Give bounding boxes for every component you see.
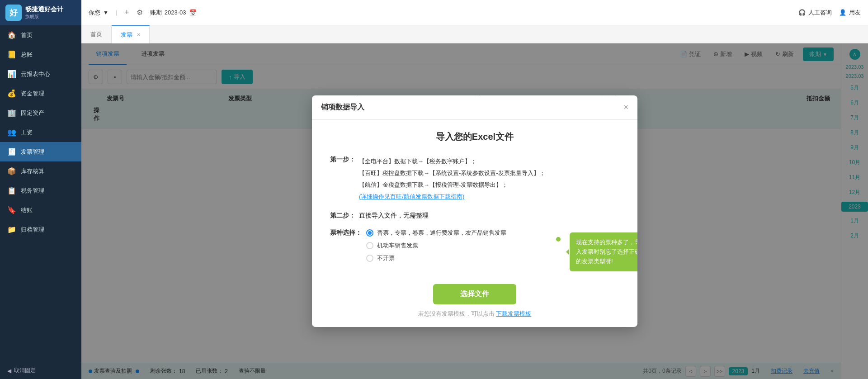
sidebar-unpin[interactable]: ◀ 取消固定 [0,362,81,379]
sidebar-item-home[interactable]: 🏠 首页 [0,25,81,45]
radio-2-label: 机动车销售发票 [377,242,418,250]
topbar: 你您 ▼ | + ⚙ 账期 2023-03 📅 🎧 人工咨询 👤 用友 [81,0,868,25]
tab-home[interactable]: 首页 [81,25,112,43]
sidebar-item-label: 归档管理 [21,226,44,234]
period-value: 2023-03 [165,9,186,16]
settings-button[interactable]: ⚙ [137,8,143,17]
reports-icon: 📊 [7,70,16,78]
ledger-icon: 📒 [7,50,16,59]
settlement-icon: 🔖 [7,206,16,214]
radio-option-1[interactable]: 普票，专票，卷票，通行费发票，农产品销售发票 [366,229,506,237]
invoice-icon: 🧾 [7,147,16,156]
sidebar-nav: 🏠 首页 📒 总账 📊 云报表中心 💰 资金管理 🏢 固定资产 👥 工资 [0,25,81,362]
logo-text: 畅捷通好会计 [25,5,63,13]
sidebar-item-general-ledger[interactable]: 📒 总账 [0,45,81,64]
unpin-icon: ◀ [7,368,11,374]
inventory-icon: 📦 [7,167,16,175]
step1-line1: 【全电平台】数据下载→【税务数字账户】； [359,156,545,167]
headset-icon: 🎧 [798,9,806,16]
step2-text: 直接导入文件，无需整理 [359,212,429,220]
content-area: 销项发票 进项发票 📄 凭证 ⊕ 新增 [81,43,868,379]
archive-icon: 📁 [7,225,16,234]
import-modal: 销项数据导入 × 导入您的Excel文件 第一步： 【全电平台】数据下载→【税务… [312,95,637,327]
sidebar-item-label: 发票管理 [21,148,44,156]
sidebar-item-label: 税务管理 [21,187,44,195]
sidebar-item-label: 首页 [21,31,33,39]
account-name: 你您 [89,9,100,17]
radio-group-container: 普票，专票，卷票，通行费发票，农产品销售发票 机动车销售发票 [366,229,506,267]
radio-label: 票种选择： [330,229,363,237]
modal-header: 销项数据导入 × [312,95,637,120]
radio-3-label: 不开票 [377,254,395,262]
tooltip-connector: × 现在支持的票种多了，导入发票时别忘了选择正确的发票类型呀! [556,237,561,242]
modal-overlay: 销项数据导入 × 导入您的Excel文件 第一步： 【全电平台】数据下载→【税务… [81,43,868,379]
step-1: 第一步： 【全电平台】数据下载→【税务数字账户】； 【百旺】税控盘数据下载→【系… [330,156,619,203]
step1-line2: 【百旺】税控盘数据下载→【系统设置-系统参数设置-发票批量导入】； [359,167,545,179]
sidebar-item-label: 固定资产 [21,109,44,117]
topbar-separator: | [116,9,117,16]
salary-icon: 👥 [7,128,16,137]
select-file-button[interactable]: 选择文件 [433,284,516,304]
sidebar-logo: 好 畅捷通好会计 旗舰版 [0,0,81,25]
sidebar-item-label: 库存核算 [21,167,44,175]
funds-icon: 💰 [7,89,16,98]
tab-invoice[interactable]: 发票 × [112,25,150,43]
sidebar-item-assets[interactable]: 🏢 固定资产 [0,103,81,123]
user-label: 用友 [849,9,861,17]
modal-hint: 若您没有发票模板，可以点击 下载发票模板 [312,310,637,318]
sidebar-item-inventory[interactable]: 📦 库存核算 [0,161,81,181]
tooltip-dot [556,237,561,242]
sidebar-item-label: 结账 [21,206,33,214]
add-button[interactable]: + [124,8,129,17]
calendar-icon[interactable]: 📅 [189,9,197,16]
radio-1-label: 普票，专票，卷票，通行费发票，农产品销售发票 [377,229,506,237]
radio-2-circle [366,242,373,249]
sidebar-item-salary[interactable]: 👥 工资 [0,123,81,142]
hint-text: 若您没有发票模板，可以点击 [418,310,495,317]
radio-1-circle [366,229,373,237]
modal-footer: 选择文件 若您没有发票模板，可以点击 下载发票模板 [312,280,637,327]
user-icon: 👤 [839,9,846,16]
modal-close-button[interactable]: × [623,103,628,112]
modal-subtitle: 导入您的Excel文件 [330,131,619,143]
period-display: 账期 2023-03 📅 [150,9,197,17]
logo-edition: 旗舰版 [25,14,63,20]
sidebar-item-label: 工资 [21,128,33,137]
period-label: 账期 [150,9,162,17]
tax-icon: 📋 [7,186,16,195]
user-menu[interactable]: 👤 用友 [839,9,861,17]
tab-close-icon[interactable]: × [137,32,140,38]
modal-body: 导入您的Excel文件 第一步： 【全电平台】数据下载→【税务数字账户】； 【百… [312,120,637,280]
tooltip-text: 现在支持的票种多了，导入发票时别忘了选择正确的发票类型呀! [576,239,637,265]
unpin-label: 取消固定 [14,367,36,374]
radio-3-circle [366,255,373,262]
step1-link[interactable]: (详细操作见百旺/航信发票数据下载指南) [359,193,464,200]
logo-icon: 好 [5,5,22,21]
radio-option-3[interactable]: 不开票 [366,254,506,262]
radio-1-dot [368,231,372,235]
sidebar-item-invoice[interactable]: 🧾 发票管理 [0,142,81,161]
radio-option-2[interactable]: 机动车销售发票 × 现在支持的票种多了，导入发票时别忘了选择正确的发票类型呀! [366,242,506,250]
download-template-link[interactable]: 下载发票模板 [496,310,531,317]
sidebar-item-label: 资金管理 [21,90,44,98]
tab-invoice-label: 发票 [121,31,132,39]
assets-icon: 🏢 [7,109,16,117]
home-icon: 🏠 [7,31,16,39]
sidebar-item-label: 总账 [21,51,33,59]
sidebar-item-reports[interactable]: 📊 云报表中心 [0,64,81,84]
step1-label: 第一步： [330,156,355,203]
account-selector[interactable]: 你您 ▼ [89,9,108,17]
step1-line3: 【航信】金税盘数据下载→【报税管理-发票数据导出】； [359,179,545,191]
sidebar-item-tax[interactable]: 📋 税务管理 [0,181,81,200]
sidebar-item-settlement[interactable]: 🔖 结账 [0,200,81,220]
radio-section: 票种选择： 普票，专票，卷票，通行费发票，农产品销售发票 [330,229,619,267]
step-2: 第二步： 直接导入文件，无需整理 [330,212,619,220]
tab-home-label: 首页 [90,30,102,38]
tabbar: 首页 发票 × [81,25,868,43]
consult-button[interactable]: 🎧 人工咨询 [798,9,832,17]
sidebar-item-funds[interactable]: 💰 资金管理 [0,84,81,103]
account-dropdown-icon: ▼ [103,9,108,16]
sidebar-item-archive[interactable]: 📁 归档管理 [0,220,81,239]
consult-label: 人工咨询 [808,9,832,17]
sidebar-item-label: 云报表中心 [21,70,50,78]
